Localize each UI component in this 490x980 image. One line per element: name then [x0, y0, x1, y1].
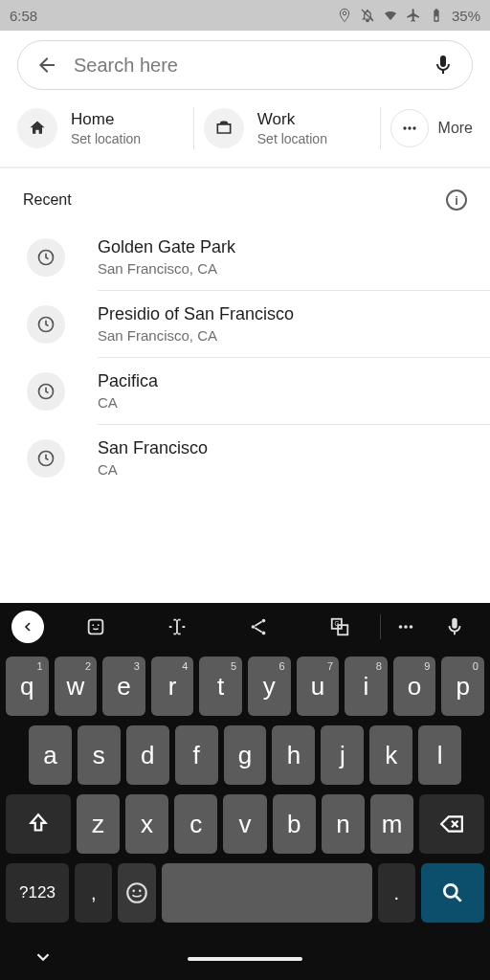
- key-x[interactable]: x: [125, 794, 168, 854]
- key-t[interactable]: t5: [199, 657, 242, 716]
- key-d[interactable]: d: [126, 725, 169, 785]
- svg-text:G: G: [334, 620, 339, 627]
- svg-point-0: [403, 126, 406, 129]
- more-button[interactable]: [390, 109, 429, 147]
- key-u[interactable]: u7: [297, 657, 340, 716]
- keyboard-more-icon[interactable]: [381, 616, 430, 637]
- back-arrow-icon[interactable]: [35, 54, 58, 77]
- key-o[interactable]: o9: [393, 657, 436, 716]
- key-j[interactable]: j: [321, 725, 364, 785]
- key-k[interactable]: k: [369, 725, 412, 785]
- recent-header: Recent i: [0, 168, 490, 224]
- battery-pct: 35%: [452, 8, 480, 24]
- svg-point-17: [404, 625, 408, 629]
- key-p[interactable]: p0: [441, 657, 484, 716]
- keyboard-mic-icon[interactable]: [430, 616, 479, 637]
- nav-chevron-down-icon[interactable]: [33, 947, 54, 971]
- more-label: More: [438, 120, 473, 137]
- list-item-title: Pacifica: [98, 371, 158, 391]
- list-item[interactable]: PacificaCA: [0, 358, 490, 424]
- clock-icon: [27, 372, 65, 411]
- sticker-icon[interactable]: [56, 616, 137, 637]
- list-item-sub: CA: [98, 461, 208, 478]
- notifications-off-icon: [360, 8, 375, 23]
- info-icon[interactable]: i: [446, 189, 467, 211]
- comma-key[interactable]: ,: [75, 863, 113, 923]
- key-v[interactable]: v: [223, 794, 266, 854]
- clock-icon: [27, 439, 65, 478]
- search-key[interactable]: [421, 863, 484, 923]
- list-item[interactable]: San FranciscoCA: [0, 425, 490, 491]
- keyboard-collapse-button[interactable]: [11, 611, 44, 643]
- key-m[interactable]: m: [370, 794, 413, 854]
- svg-point-9: [98, 624, 100, 626]
- wifi-icon: [383, 8, 398, 23]
- svg-point-8: [93, 624, 95, 626]
- key-r[interactable]: r4: [151, 657, 194, 716]
- key-y[interactable]: y6: [248, 657, 291, 716]
- svg-rect-14: [338, 625, 347, 635]
- key-i[interactable]: i8: [345, 657, 388, 716]
- key-s[interactable]: s: [78, 725, 121, 785]
- status-icons: 35%: [337, 8, 480, 24]
- shortcut-work[interactable]: Work Set location: [204, 108, 370, 148]
- share-icon[interactable]: [218, 616, 300, 637]
- key-l[interactable]: l: [418, 725, 461, 785]
- search-input[interactable]: [74, 55, 416, 77]
- emoji-key[interactable]: [118, 863, 156, 923]
- backspace-key[interactable]: [419, 794, 484, 854]
- svg-point-22: [444, 884, 457, 897]
- recent-label: Recent: [23, 191, 72, 209]
- key-c[interactable]: c: [174, 794, 217, 854]
- list-item[interactable]: Presidio of San FranciscoSan Francisco, …: [0, 291, 490, 357]
- list-item-sub: San Francisco, CA: [98, 260, 235, 277]
- search-pill[interactable]: [17, 40, 473, 90]
- key-g[interactable]: g: [224, 725, 267, 785]
- list-item-title: Golden Gate Park: [98, 237, 235, 257]
- mic-icon[interactable]: [432, 54, 455, 77]
- divider: [380, 107, 381, 149]
- svg-point-21: [139, 890, 142, 893]
- key-e[interactable]: e3: [102, 657, 145, 716]
- briefcase-icon: [204, 108, 244, 148]
- airplane-icon: [406, 8, 421, 23]
- translate-icon[interactable]: G: [299, 616, 380, 637]
- key-h[interactable]: h: [272, 725, 315, 785]
- list-item-title: San Francisco: [98, 438, 208, 458]
- svg-point-20: [133, 890, 136, 893]
- clock-icon: [27, 238, 65, 277]
- shift-key[interactable]: [6, 794, 71, 854]
- list-item[interactable]: Golden Gate ParkSan Francisco, CA: [0, 224, 490, 290]
- space-key[interactable]: [162, 863, 372, 923]
- shortcuts-row: Home Set location Work Set location More: [0, 101, 490, 168]
- recent-list: Golden Gate ParkSan Francisco, CA Presid…: [0, 224, 490, 491]
- home-icon: [17, 108, 57, 148]
- shortcut-work-sub: Set location: [257, 131, 327, 146]
- svg-point-1: [408, 126, 411, 129]
- key-n[interactable]: n: [322, 794, 365, 854]
- key-q[interactable]: q1: [6, 657, 49, 716]
- key-w[interactable]: w2: [55, 657, 98, 716]
- key-b[interactable]: b: [273, 794, 316, 854]
- text-cursor-icon[interactable]: [137, 616, 218, 637]
- keyboard: G q1w2e3r4t5y6u7i8o9p0 asdfghjkl zxcvbnm…: [0, 603, 490, 980]
- period-key[interactable]: .: [378, 863, 416, 923]
- key-a[interactable]: a: [29, 725, 72, 785]
- clock-icon: [27, 305, 65, 344]
- svg-point-18: [409, 625, 412, 629]
- shortcut-home[interactable]: Home Set location: [17, 108, 184, 148]
- divider: [193, 107, 194, 149]
- list-item-sub: San Francisco, CA: [98, 327, 294, 344]
- list-item-title: Presidio of San Francisco: [98, 304, 294, 324]
- nav-bar: [0, 938, 490, 980]
- keyboard-toolbar: G: [0, 603, 490, 651]
- shortcut-home-title: Home: [71, 110, 141, 129]
- symbols-key[interactable]: ?123: [6, 863, 69, 923]
- key-z[interactable]: z: [77, 794, 120, 854]
- svg-point-2: [412, 126, 415, 129]
- svg-point-16: [398, 625, 402, 629]
- shortcut-home-sub: Set location: [71, 131, 141, 146]
- nav-home-handle[interactable]: [188, 957, 302, 961]
- svg-point-12: [262, 632, 266, 635]
- key-f[interactable]: f: [175, 725, 218, 785]
